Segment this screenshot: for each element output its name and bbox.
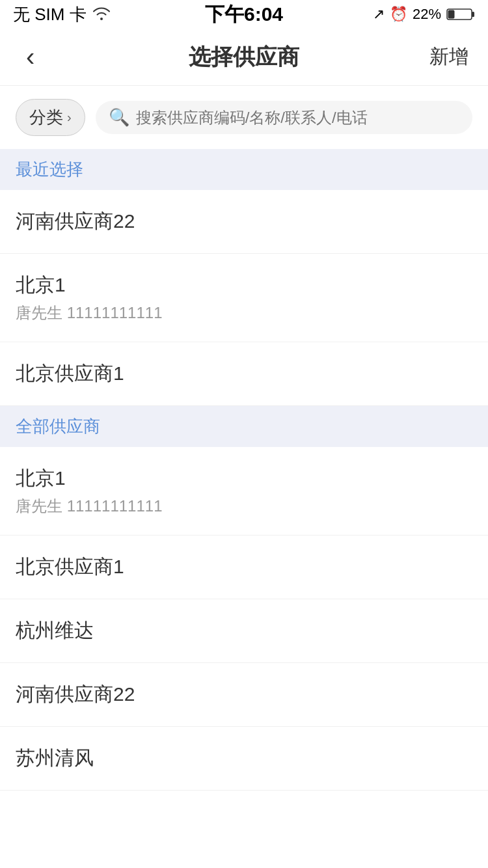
wifi-icon xyxy=(92,5,111,25)
svg-rect-1 xyxy=(472,12,474,17)
add-button[interactable]: 新增 xyxy=(429,44,468,70)
item-name: 河南供应商22 xyxy=(16,208,472,235)
item-name: 河南供应商22 xyxy=(16,681,472,708)
item-sub: 唐先生 11111111111 xyxy=(16,303,472,323)
status-left: 无 SIM 卡 xyxy=(13,3,111,26)
recent-list: 河南供应商22 北京1 唐先生 11111111111 北京供应商1 xyxy=(0,190,488,406)
item-sub: 唐先生 11111111111 xyxy=(16,496,472,517)
recent-section-header: 最近选择 xyxy=(0,149,488,190)
item-name: 北京1 xyxy=(16,272,472,299)
item-name: 北京供应商1 xyxy=(16,360,472,387)
list-item[interactable]: 北京供应商1 xyxy=(0,536,488,599)
item-name: 北京供应商1 xyxy=(16,554,472,580)
list-item[interactable]: 河南供应商22 xyxy=(0,190,488,254)
back-button[interactable]: ‹ xyxy=(20,36,41,78)
list-item[interactable]: 北京1 唐先生 11111111111 xyxy=(0,447,488,536)
carrier-label: 无 SIM 卡 xyxy=(13,3,87,26)
page-title: 选择供应商 xyxy=(189,42,299,72)
chevron-right-icon: › xyxy=(67,110,72,125)
alarm-icon: ⏰ xyxy=(390,6,407,23)
battery-label: 22% xyxy=(413,6,441,23)
nav-bar: ‹ 选择供应商 新增 xyxy=(0,29,488,86)
search-input[interactable] xyxy=(136,109,459,127)
list-item[interactable]: 苏州清风 xyxy=(0,727,488,791)
search-icon: 🔍 xyxy=(109,107,129,128)
all-list: 北京1 唐先生 11111111111 北京供应商1 杭州维达 河南供应商22 … xyxy=(0,447,488,791)
status-bar: 无 SIM 卡 下午6:04 ↗ ⏰ 22% xyxy=(0,0,488,29)
search-wrapper: 🔍 xyxy=(96,101,472,134)
svg-rect-2 xyxy=(448,10,455,19)
search-bar-area: 分类 › 🔍 xyxy=(0,86,488,149)
battery-icon xyxy=(446,7,475,21)
item-name: 杭州维达 xyxy=(16,617,472,644)
all-section-header: 全部供应商 xyxy=(0,406,488,447)
list-item[interactable]: 杭州维达 xyxy=(0,599,488,663)
category-filter-button[interactable]: 分类 › xyxy=(16,99,85,136)
list-item[interactable]: 北京供应商1 xyxy=(0,342,488,406)
status-time: 下午6:04 xyxy=(205,1,283,28)
location-icon: ↗ xyxy=(373,6,385,23)
item-name: 苏州清风 xyxy=(16,745,472,772)
item-name: 北京1 xyxy=(16,465,472,492)
list-item[interactable]: 北京1 唐先生 11111111111 xyxy=(0,254,488,342)
list-item[interactable]: 河南供应商22 xyxy=(0,663,488,727)
status-right: ↗ ⏰ 22% xyxy=(373,6,475,23)
category-label: 分类 xyxy=(29,106,63,129)
